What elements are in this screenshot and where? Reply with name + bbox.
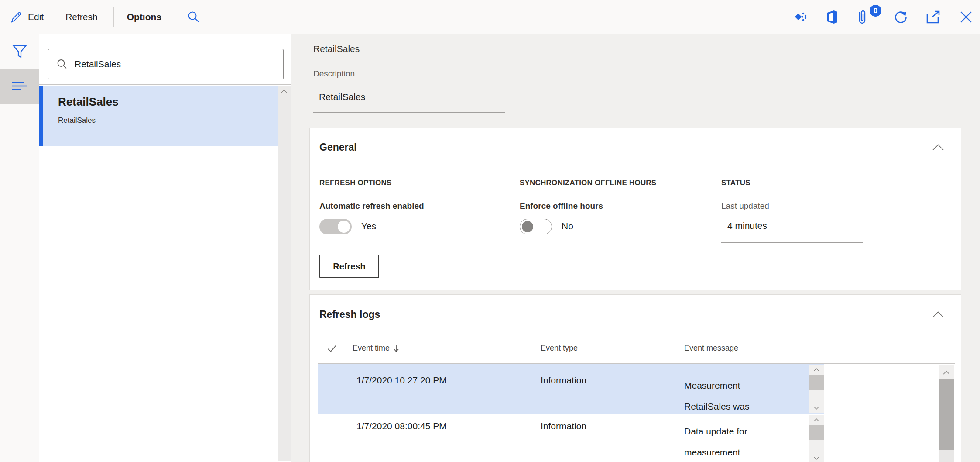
office-logo-icon[interactable] (826, 10, 839, 24)
refresh-label: Refresh (65, 12, 98, 22)
options-button[interactable]: Options (127, 12, 161, 22)
auto-refresh-value: Yes (361, 221, 376, 231)
show-list-button[interactable] (0, 69, 39, 104)
chevron-up-icon (939, 365, 954, 379)
chevron-up-icon[interactable] (932, 143, 944, 151)
description-label: Description (313, 69, 355, 79)
table-header-row: Event time Event type Event message (318, 334, 955, 364)
left-rail (0, 34, 39, 462)
column-header-event-type[interactable]: Event type (541, 344, 578, 353)
refresh-logs-table: Event time Event type Event message 1/7/… (318, 334, 955, 462)
general-title: General (319, 141, 357, 153)
toolbar-divider (113, 7, 114, 27)
list-search-area: RetailSales (39, 34, 291, 85)
list-item-title: RetailSales (58, 95, 119, 109)
toggle-knob (338, 221, 350, 233)
event-message-line1: Measurement (684, 375, 749, 396)
refresh-logs-section: Refresh logs Event time (309, 294, 961, 462)
search-icon (56, 59, 68, 70)
general-section-header: General (310, 128, 961, 166)
auto-refresh-label: Automatic refresh enabled (319, 201, 424, 211)
refresh-button[interactable]: Refresh (319, 255, 379, 278)
pencil-icon (10, 10, 23, 24)
edit-button[interactable]: Edit (10, 10, 44, 24)
chevron-up-icon[interactable] (932, 310, 944, 318)
options-label: Options (127, 12, 161, 22)
diamonds-icon[interactable] (793, 10, 808, 24)
enforce-offline-label: Enforce offline hours (520, 201, 603, 211)
list-item-retailsales[interactable]: RetailSales RetailSales (39, 86, 278, 146)
enforce-offline-value: No (562, 221, 573, 231)
filter-button[interactable] (0, 34, 39, 69)
chevron-down-icon (813, 456, 820, 460)
event-message-cell: Data update for measurement (684, 421, 747, 462)
checkmark-icon[interactable] (327, 345, 337, 352)
chevron-up-icon (280, 89, 288, 94)
description-field[interactable]: RetailSales (319, 92, 365, 102)
column-header-event-message[interactable]: Event message (684, 344, 738, 353)
chevron-up-icon (813, 418, 820, 422)
chevron-up-icon (813, 368, 820, 372)
list-item-subtitle: RetailSales (58, 116, 96, 125)
scrollbar-thumb[interactable] (809, 425, 824, 440)
status-header: STATUS (721, 179, 750, 187)
search-value: RetailSales (75, 59, 121, 69)
column-header-event-time[interactable]: Event time (353, 344, 399, 353)
top-toolbar: Edit Refresh Options (0, 0, 980, 34)
general-section: General REFRESH OPTIONS SYNCHRONIZATION … (309, 128, 961, 290)
chevron-down-icon (813, 406, 820, 410)
main-content: RetailSales Description RetailSales Gene… (292, 34, 980, 462)
event-time-cell: 1/7/2020 08:00:45 PM (356, 421, 447, 431)
auto-refresh-toggle[interactable] (319, 219, 352, 234)
table-row[interactable]: 1/7/2020 10:27:20 PM Information Measure… (318, 364, 824, 414)
filter-icon (11, 43, 28, 60)
event-message-line1: Data update for (684, 421, 747, 442)
search-icon (187, 10, 200, 24)
enforce-offline-toggle[interactable] (520, 219, 552, 234)
attachments-button[interactable]: 0 (856, 8, 875, 26)
event-type-cell: Information (541, 375, 586, 386)
refresh-circle-icon[interactable] (893, 9, 908, 25)
refresh-menu-button[interactable]: Refresh (65, 12, 98, 22)
list-scrollbar[interactable] (278, 86, 291, 461)
record-list-panel: RetailSales RetailSales RetailSales (39, 34, 291, 462)
table-scrollbar[interactable] (939, 365, 954, 462)
message-cell-scrollbar[interactable] (809, 415, 824, 462)
selected-accent-bar (39, 86, 43, 146)
scrollbar-thumb[interactable] (939, 379, 954, 450)
close-icon[interactable] (959, 10, 973, 24)
event-time-cell: 1/7/2020 10:27:20 PM (356, 375, 447, 386)
list-search-input[interactable]: RetailSales (48, 49, 284, 79)
last-updated-label: Last updated (721, 201, 769, 211)
refresh-logs-title: Refresh logs (319, 308, 380, 320)
event-message-label: Event message (684, 344, 738, 353)
arrow-down-icon (393, 344, 399, 353)
toolbar-right-icons: 0 (793, 0, 973, 34)
refresh-options-header: REFRESH OPTIONS (319, 179, 391, 187)
app-window: Edit Refresh Options (0, 0, 980, 462)
open-in-new-window-icon[interactable] (926, 10, 942, 24)
event-type-cell: Information (541, 421, 586, 431)
toolbar-search-button[interactable] (187, 10, 200, 24)
edit-label: Edit (28, 12, 44, 22)
list-icon (11, 81, 28, 92)
toggle-knob (522, 221, 533, 232)
attachments-count-badge: 0 (870, 5, 881, 17)
last-updated-field[interactable]: 4 minutes (727, 221, 767, 231)
refresh-logs-header: Refresh logs (310, 295, 961, 334)
sync-offline-hours-header: SYNCHRONIZATION OFFLINE HOURS (520, 179, 656, 187)
event-message-cell: Measurement RetailSales was (684, 375, 749, 417)
table-row[interactable]: 1/7/2020 08:00:45 PM Information Data up… (318, 414, 824, 462)
event-type-label: Event type (541, 344, 578, 353)
message-cell-scrollbar[interactable] (809, 365, 824, 413)
last-updated-underline (721, 242, 863, 243)
event-time-label: Event time (353, 344, 390, 353)
scrollbar-thumb[interactable] (809, 375, 824, 390)
page-title: RetailSales (313, 44, 360, 54)
event-message-line2: measurement (684, 442, 747, 462)
description-field-underline (313, 112, 505, 113)
